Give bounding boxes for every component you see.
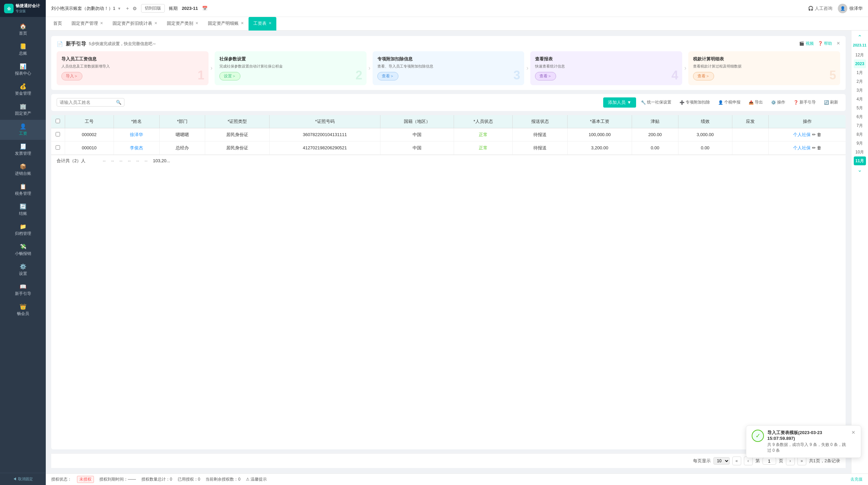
cell-0-1[interactable]: 徐泽华: [114, 128, 159, 141]
add-account-icon[interactable]: ＋: [125, 5, 130, 12]
select-all-checkbox[interactable]: [56, 119, 60, 123]
action-btn-刷新[interactable]: 🔄刷新: [822, 98, 840, 107]
sidebar-item-settings[interactable]: ⚙️设置: [0, 260, 46, 280]
cell-1-12[interactable]: 个人社保 ✏ 🗑: [769, 141, 846, 154]
step-title-4: 查看报表: [535, 56, 677, 62]
tab-close-icon[interactable]: ✕: [269, 21, 272, 25]
action-btn-个税申报[interactable]: 👤个税申报: [716, 98, 743, 107]
sidebar-label-settle: 结账: [19, 211, 27, 217]
action-btn-操作[interactable]: ⚙️操作: [769, 98, 787, 107]
tab-close-icon[interactable]: ✕: [195, 21, 198, 25]
action-link[interactable]: 个人社保: [793, 132, 811, 137]
user-info[interactable]: 👤 徐泽华: [838, 4, 863, 13]
panel-month-1[interactable]: 1月: [854, 68, 866, 77]
sidebar-item-sales[interactable]: 📦进销台账: [0, 160, 46, 180]
help-link[interactable]: ❓ 帮助: [818, 41, 832, 46]
calendar-icon[interactable]: 📅: [202, 6, 208, 11]
sidebar-item-archive[interactable]: 📁归档管理: [0, 220, 46, 240]
sidebar-item-invoice[interactable]: 🧾发票管理: [0, 140, 46, 160]
action-btn-导出[interactable]: 📤导出: [747, 98, 765, 107]
action-btn-新手引导[interactable]: ❓新手引导: [791, 98, 818, 107]
panel-year-label[interactable]: 2023: [854, 59, 866, 68]
action-link[interactable]: 个人社保: [793, 145, 811, 150]
select-all-header[interactable]: [51, 115, 65, 128]
search-input[interactable]: [60, 100, 114, 105]
tab-close-icon[interactable]: ✕: [241, 21, 244, 25]
panel-month-9[interactable]: 9月: [854, 139, 866, 148]
account-name: 刘小艳演示账套（勿删勿动！）1: [51, 5, 115, 12]
sidebar-item-member[interactable]: 👑畅会员: [0, 300, 46, 320]
sidebar-item-ledger[interactable]: 📒总账: [0, 40, 46, 60]
action-btn-专项附加扣除[interactable]: ➕专项附加扣除: [677, 98, 712, 107]
sidebar-item-reports[interactable]: 📊报表中心: [0, 60, 46, 80]
cell-0-12[interactable]: 个人社保 ✏ 🗑: [769, 128, 846, 141]
consultant-button[interactable]: 🎧 人工咨询: [808, 5, 832, 12]
col-header-6: *人员状态: [454, 115, 513, 128]
panel-month-3[interactable]: 3月: [854, 86, 866, 95]
table-row: 000002徐泽华嗯嗯嗯居民身份证360782200104131111中国正常待…: [51, 128, 846, 141]
delete-icon[interactable]: 🗑: [817, 145, 821, 150]
action-label: 统一社保设置: [647, 99, 671, 105]
sidebar-item-fixed[interactable]: 🏢固定资产: [0, 100, 46, 120]
delete-icon[interactable]: 🗑: [817, 132, 821, 137]
toast-close-button[interactable]: ✕: [851, 430, 855, 435]
step-btn-4[interactable]: 查看＞: [535, 72, 556, 80]
sidebar-footer-btn[interactable]: ◀ 取消固定: [0, 473, 46, 485]
edit-icon[interactable]: ✏: [812, 132, 816, 137]
sidebar-item-tax[interactable]: 📋税务管理: [0, 180, 46, 200]
search-box[interactable]: 🔍: [57, 98, 124, 107]
tab-固定资产折旧统计表[interactable]: 固定资产折旧统计表✕: [108, 17, 162, 31]
video-link[interactable]: 🎬 视频: [799, 41, 813, 46]
first-page-button[interactable]: «: [732, 456, 741, 465]
employee-name-link[interactable]: 徐泽华: [130, 132, 143, 137]
sidebar-item-funds[interactable]: 💰资金管理: [0, 80, 46, 100]
row-checkbox-1[interactable]: [56, 145, 60, 150]
edit-icon[interactable]: ✏: [812, 145, 816, 150]
tab-固定资产明细账[interactable]: 固定资产明细账✕: [203, 17, 249, 31]
step-btn-3[interactable]: 查看＞: [377, 72, 398, 80]
account-selector[interactable]: 刘小艳演示账套（勿删勿动！）1 ▼: [51, 5, 121, 12]
tab-工资表[interactable]: 工资表✕: [249, 17, 276, 31]
panel-month-5[interactable]: 5月: [854, 104, 866, 112]
member-icon: 👑: [20, 303, 26, 310]
per-page-select[interactable]: 102050: [713, 457, 730, 465]
sidebar-item-payroll[interactable]: 👤工资: [0, 120, 46, 140]
panel-month-12[interactable]: 12月: [854, 51, 866, 59]
period-value[interactable]: 2023-11: [182, 6, 198, 11]
tab-固定资产类别[interactable]: 固定资产类别✕: [162, 17, 203, 31]
add-person-button[interactable]: 添加人员 ▼: [603, 97, 636, 108]
employee-name-link[interactable]: 李俊杰: [130, 145, 143, 150]
panel-month-2[interactable]: 2月: [854, 77, 866, 86]
panel-month-4[interactable]: 4月: [854, 95, 866, 104]
cell-1-1[interactable]: 李俊杰: [114, 141, 159, 154]
warning-label: ⚠ 温馨提示: [246, 477, 267, 482]
tab-close-icon[interactable]: ✕: [100, 21, 103, 25]
panel-month-active[interactable]: 11月: [854, 156, 866, 165]
tab-close-icon[interactable]: ✕: [154, 21, 157, 25]
sidebar-item-home[interactable]: 🏠首页: [0, 20, 46, 40]
tab-首页[interactable]: 首页: [48, 17, 67, 31]
sidebar-item-guide[interactable]: 📖新手引导: [0, 280, 46, 300]
panel-month-10[interactable]: 10月: [854, 148, 866, 156]
panel-month-6[interactable]: 6月: [854, 112, 866, 121]
settings-icon[interactable]: ⚙: [133, 6, 137, 11]
panel-month-8[interactable]: 8月: [854, 130, 866, 139]
sidebar-item-expense[interactable]: 💸小畅报销: [0, 240, 46, 260]
page-number-input[interactable]: [763, 458, 776, 465]
step-btn-1[interactable]: 导入＞: [61, 72, 82, 80]
footer-dash-5: --: [136, 158, 139, 163]
base-salary-total: 103,20...: [153, 158, 170, 163]
guide-close-button[interactable]: ✕: [836, 41, 840, 46]
step-btn-5[interactable]: 查看＞: [693, 72, 714, 80]
step-btn-2[interactable]: 设置＞: [219, 72, 240, 80]
sidebar-item-settle[interactable]: 🔄结账: [0, 200, 46, 220]
panel-up-arrow[interactable]: ⌃: [857, 33, 862, 41]
tab-固定资产管理[interactable]: 固定资产管理✕: [67, 17, 108, 31]
guide-step-1: 导入员工工资信息 人员信息及工资数据新增导入 导入＞ 1: [57, 51, 209, 85]
panel-month-7[interactable]: 7月: [854, 121, 866, 130]
recharge-link[interactable]: 去充值: [850, 477, 863, 482]
switch-version-button[interactable]: 切到旧版: [141, 4, 165, 13]
row-checkbox-0[interactable]: [56, 132, 60, 136]
action-btn-统一社保设置[interactable]: 🔧统一社保设置: [639, 98, 673, 107]
panel-down-arrow[interactable]: ⌄: [857, 166, 862, 174]
